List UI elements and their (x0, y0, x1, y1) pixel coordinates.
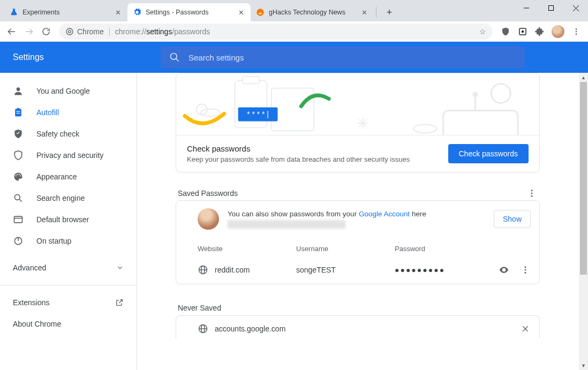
tab-ghacks[interactable]: gHacks Technology News ✕ (251, 3, 374, 21)
saved-passwords-menu[interactable] (527, 188, 537, 198)
sidebar-item-label: You and Google (36, 87, 90, 95)
svg-point-43 (531, 193, 533, 194)
maximize-button[interactable] (539, 0, 563, 16)
show-password-icon[interactable] (499, 265, 509, 275)
sidebar-item-label: Privacy and security (36, 151, 103, 160)
sidebar-about-chrome[interactable]: About Chrome (0, 313, 137, 335)
star-icon[interactable]: ☆ (479, 27, 486, 36)
gear-icon (133, 8, 141, 17)
svg-rect-16 (17, 108, 20, 110)
never-saved-row: accounts.google.com (176, 316, 539, 338)
redacted-email (228, 220, 345, 229)
extension-icon-1[interactable] (515, 24, 530, 39)
password-mask: ●●●●●●●●● (395, 266, 492, 274)
sidebar-item-privacy[interactable]: Privacy and security (0, 145, 137, 166)
close-window-button[interactable] (563, 0, 588, 16)
svg-point-0 (257, 9, 263, 16)
svg-point-23 (14, 194, 20, 200)
svg-point-44 (531, 195, 533, 197)
svg-point-40 (491, 84, 510, 103)
forward-button[interactable] (21, 24, 36, 39)
sidebar-item-appearance[interactable]: Appearance (0, 166, 137, 187)
close-icon[interactable]: ✕ (237, 8, 245, 17)
shield-check-icon (13, 129, 24, 139)
shield-icon (13, 150, 24, 161)
tab-strip: Experiments ✕ Settings - Passwords ✕ gHa… (0, 0, 397, 21)
chrome-menu-button[interactable] (569, 24, 584, 39)
search-input[interactable] (189, 53, 516, 62)
settings-search[interactable] (161, 47, 525, 68)
power-icon (13, 236, 24, 246)
site-name[interactable]: reddit.com (215, 266, 250, 274)
divider (0, 285, 137, 285)
col-password: Password (395, 245, 531, 253)
ublock-icon[interactable] (498, 24, 513, 39)
check-title: Check passwords (187, 144, 448, 153)
svg-point-39 (472, 92, 478, 97)
open-in-new-icon (115, 298, 124, 307)
sidebar-item-default-browser[interactable]: Default browser (0, 209, 137, 230)
search-icon (169, 52, 180, 63)
minimize-button[interactable] (514, 0, 539, 16)
close-icon[interactable]: ✕ (360, 8, 368, 17)
svg-line-24 (20, 200, 22, 202)
chip-label: Chrome (77, 27, 104, 36)
svg-point-19 (16, 175, 17, 176)
sidebar-advanced[interactable]: Advanced (0, 257, 137, 278)
saved-passwords-heading: Saved Passwords (178, 189, 238, 198)
tab-experiments[interactable]: Experiments ✕ (4, 3, 127, 21)
svg-point-21 (19, 174, 20, 175)
svg-text:* * * * |: * * * * | (247, 110, 269, 118)
extensions-label: Extensions (13, 298, 49, 307)
globe-icon (198, 265, 208, 275)
sidebar-item-on-startup[interactable]: On startup (0, 230, 137, 252)
sidebar-item-you-and-google[interactable]: You and Google (0, 80, 137, 102)
google-account-link[interactable]: Google Account (359, 210, 410, 218)
tab-title: gHacks Technology News (269, 9, 360, 16)
sidebar-item-autofill[interactable]: Autofill (0, 102, 137, 123)
flask-icon (10, 8, 18, 17)
svg-point-48 (503, 269, 504, 270)
tab-title: Experiments (22, 9, 114, 16)
username-value: songeTEST (296, 266, 395, 274)
scrollbar[interactable]: ▲ ▼ (579, 73, 588, 370)
password-columns: Website Username Password (176, 237, 539, 258)
sidebar-item-safety-check[interactable]: Safety check (0, 123, 137, 145)
tab-settings-passwords[interactable]: Settings - Passwords ✕ (127, 3, 251, 21)
sidebar-item-label: Default browser (36, 215, 89, 224)
ghacks-icon (256, 8, 265, 17)
close-icon[interactable]: ✕ (114, 8, 122, 17)
svg-point-20 (17, 174, 18, 175)
svg-point-50 (525, 269, 526, 271)
scroll-thumb[interactable] (580, 82, 587, 275)
back-button[interactable] (4, 24, 19, 39)
col-website: Website (198, 245, 296, 253)
extensions-button[interactable] (532, 24, 547, 39)
svg-rect-17 (17, 111, 20, 112)
password-row-menu[interactable] (520, 265, 531, 275)
advanced-label: Advanced (13, 263, 46, 272)
check-passwords-button[interactable]: Check passwords (448, 144, 529, 163)
reload-button[interactable] (39, 24, 54, 39)
account-avatar (198, 208, 219, 230)
svg-point-14 (17, 87, 20, 91)
svg-point-12 (171, 54, 177, 60)
svg-point-35 (201, 109, 220, 116)
profile-avatar[interactable] (552, 25, 564, 38)
check-subtitle: Keep your passwords safe from data breac… (187, 155, 448, 163)
scroll-up-arrow[interactable]: ▲ (579, 73, 588, 82)
show-passwords-button[interactable]: Show (494, 210, 531, 228)
address-bar[interactable]: Chrome chrome://settings/passwords ☆ (59, 24, 493, 40)
check-passwords-card: * * * * | ✳︎ Check (176, 73, 540, 172)
scroll-down-arrow[interactable]: ▼ (579, 361, 588, 370)
google-account-row: You can also show passwords from your Go… (176, 201, 539, 237)
chevron-down-icon (116, 264, 124, 271)
remove-never-saved-button[interactable] (520, 323, 531, 334)
password-row: reddit.com songeTEST ●●●●●●●●● (176, 258, 539, 282)
sidebar-extensions[interactable]: Extensions (0, 292, 137, 313)
new-tab-button[interactable]: + (382, 5, 397, 20)
search-icon (13, 193, 24, 203)
sidebar-item-label: Appearance (36, 172, 77, 181)
sidebar-item-search-engine[interactable]: Search engine (0, 187, 137, 209)
svg-text:✳︎: ✳︎ (357, 115, 369, 132)
